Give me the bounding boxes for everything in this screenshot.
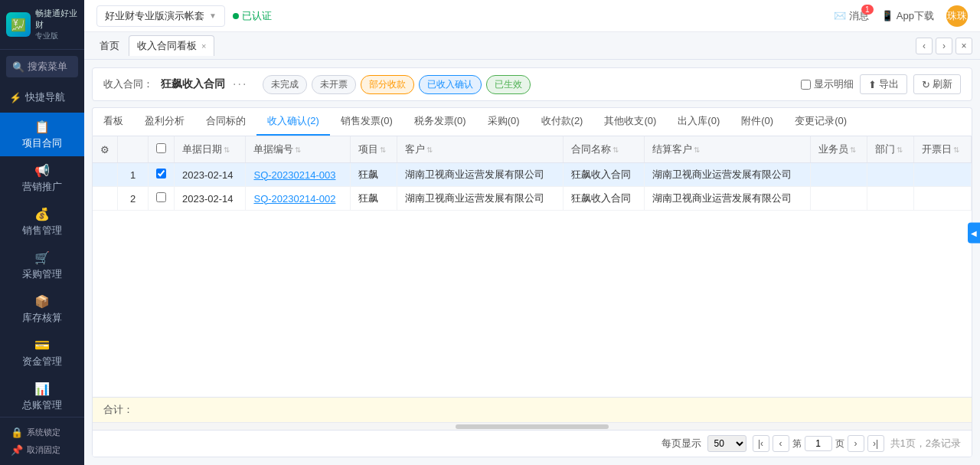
sidebar-item-funds[interactable]: 💳 资金管理	[0, 331, 84, 375]
search-menu-button[interactable]: 🔍 搜索菜单	[6, 56, 78, 77]
page-input[interactable]	[805, 436, 832, 451]
sidebar-item-general[interactable]: 📊 总账管理	[0, 375, 84, 417]
sidebar: 💹 畅捷通好业财 专业版 🔍 搜索菜单 ⚡ 快捷导航 📋 项目合同 📢 营销推广…	[0, 0, 84, 465]
message-icon: ✉️	[834, 10, 846, 21]
sidebar-bottom: 🔒 系统锁定 📌 取消固定	[0, 417, 84, 465]
total-row: 合计：	[93, 397, 972, 422]
sidebar-item-marketing[interactable]: 📢 营销推广	[0, 156, 84, 200]
row2-salesperson	[810, 187, 867, 211]
date-sort-icon: ⇅	[224, 146, 230, 154]
row2-department	[867, 187, 914, 211]
app-download-action[interactable]: 📱 App下载	[881, 9, 934, 23]
right-sidebar-button[interactable]: ◀	[968, 222, 980, 243]
customer-column-header[interactable]: 客户⇅	[397, 136, 564, 163]
more-button[interactable]: ···	[233, 77, 247, 91]
row2-code[interactable]: SQ-20230214-002	[246, 187, 351, 211]
contract-sort-icon: ⇅	[612, 146, 619, 154]
main-area: 好业财专业版演示帐套 ▼ 已认证 ✉️ 消息 1 📱 App下载 珠珠 首页	[84, 0, 980, 465]
code-column-header[interactable]: 单据编号⇅	[246, 136, 351, 163]
project-column-header[interactable]: 项目⇅	[351, 136, 397, 163]
tab-sales-invoice[interactable]: 销售发票(0)	[330, 108, 403, 136]
salesperson-column-header[interactable]: 业务员⇅	[810, 136, 867, 163]
final-customer-column-header[interactable]: 结算客户⇅	[644, 136, 810, 163]
tab-payment[interactable]: 收付款(2)	[531, 108, 594, 136]
status-incomplete[interactable]: 未完成	[263, 75, 307, 94]
table-row[interactable]: 2 2023-02-14 SQ-20230214-002 狂飙 湖南卫视商业运营…	[93, 187, 972, 211]
sidebar-item-inventory[interactable]: 📦 库存核算	[0, 287, 84, 331]
first-page-button[interactable]: |‹	[753, 435, 769, 452]
horizontal-scrollbar[interactable]	[93, 422, 972, 430]
user-avatar[interactable]: 珠珠	[946, 5, 968, 27]
tab-profit[interactable]: 盈利分析	[134, 108, 195, 136]
home-tab[interactable]: 首页	[92, 36, 127, 56]
per-page-label: 每页显示	[662, 437, 701, 450]
tab-income-confirm[interactable]: 收入确认(2)	[256, 108, 330, 136]
system-lock-item[interactable]: 🔒 系统锁定	[6, 424, 78, 441]
salesperson-sort-icon: ⇅	[850, 146, 856, 154]
contract-column-header[interactable]: 合同名称⇅	[563, 136, 644, 163]
quick-nav-item[interactable]: ⚡ 快捷导航	[0, 84, 84, 113]
row2-check[interactable]	[149, 187, 175, 211]
page-tabs-controls: ‹ › ×	[916, 38, 972, 54]
tab-tax-invoice[interactable]: 税务发票(0)	[403, 108, 477, 136]
sidebar-logo: 💹 畅捷通好业财 专业版	[0, 0, 84, 50]
show-detail-checkbox[interactable]	[801, 80, 811, 90]
tab-board[interactable]: 看板	[93, 108, 134, 136]
last-page-button[interactable]: ›|	[867, 435, 884, 452]
tab-close-button[interactable]: ×	[201, 41, 206, 51]
verified-status: 已认证	[233, 9, 272, 23]
row1-customer: 湖南卫视商业运营发展有限公司	[397, 163, 564, 187]
scrollbar-thumb[interactable]	[456, 424, 609, 429]
code-sort-icon: ⇅	[295, 146, 301, 154]
status-effective[interactable]: 已生效	[486, 75, 531, 94]
next-tab-button[interactable]: ›	[936, 38, 952, 54]
tab-change-log[interactable]: 变更记录(0)	[784, 108, 858, 136]
check-column-header[interactable]	[149, 136, 175, 163]
unpin-item[interactable]: 📌 取消固定	[6, 441, 78, 459]
pagination: 每页显示 50 20 100 |‹ ‹ 第 页 › ›|	[93, 430, 972, 457]
row2-final-customer: 湖南卫视商业运营发展有限公司	[644, 187, 810, 211]
tab-contract-standard[interactable]: 合同标的	[195, 108, 256, 136]
row1-code[interactable]: SQ-20230214-003	[246, 163, 351, 187]
prev-tab-button[interactable]: ‹	[916, 38, 933, 54]
logo-icon: 💹	[6, 12, 31, 37]
show-detail-checkbox-label[interactable]: 显示明细	[801, 74, 854, 94]
topbar: 好业财专业版演示帐套 ▼ 已认证 ✉️ 消息 1 📱 App下载 珠珠	[84, 0, 980, 32]
open-date-column-header[interactable]: 开票日⇅	[914, 136, 972, 163]
table-row[interactable]: 1 2023-02-14 SQ-20230214-003 狂飙 湖南卫视商业运营…	[93, 163, 972, 187]
department-column-header[interactable]: 部门⇅	[867, 136, 914, 163]
sidebar-item-purchase[interactable]: 🛒 采购管理	[0, 244, 84, 287]
tab-warehouse[interactable]: 出入库(0)	[667, 108, 730, 136]
status-confirmed[interactable]: 已收入确认	[419, 75, 482, 94]
company-selector[interactable]: 好业财专业版演示帐套 ▼	[96, 5, 225, 27]
refresh-button[interactable]: ↻ 刷新	[913, 74, 961, 94]
status-buttons: 未完成 未开票 部分收款 已收入确认 已生效	[263, 75, 531, 94]
status-uninvoiced[interactable]: 未开票	[312, 75, 356, 94]
status-partial[interactable]: 部分收款	[361, 75, 414, 94]
contract-actions: 显示明细 ⬆ 导出 ↻ 刷新	[801, 74, 961, 94]
next-page-button[interactable]: ›	[848, 435, 864, 452]
prev-page-button[interactable]: ‹	[773, 435, 789, 452]
row2-project: 狂飙	[351, 187, 397, 211]
tab-purchase[interactable]: 采购(0)	[477, 108, 531, 136]
export-icon: ⬆	[868, 79, 877, 90]
settings-column-header[interactable]: ⚙	[93, 136, 118, 163]
contract-board-tab[interactable]: 收入合同看板 ×	[129, 35, 214, 56]
row1-department	[867, 163, 914, 187]
sidebar-item-project[interactable]: 📋 项目合同	[0, 113, 84, 156]
row1-check[interactable]	[149, 163, 175, 187]
tab-attachment[interactable]: 附件(0)	[730, 108, 784, 136]
project-icon: 📋	[34, 119, 50, 134]
message-action[interactable]: ✉️ 消息 1	[834, 9, 869, 23]
export-button[interactable]: ⬆ 导出	[860, 74, 907, 94]
tab-other-income[interactable]: 其他收支(0)	[593, 108, 667, 136]
date-column-header[interactable]: 单据日期⇅	[175, 136, 246, 163]
content-area: 收入合同： 狂飙收入合同 ··· 未完成 未开票 部分收款 已收入确认 已生效 …	[84, 60, 980, 465]
row1-settings	[93, 163, 118, 187]
row2-date: 2023-02-14	[175, 187, 246, 211]
sidebar-item-sales[interactable]: 💰 销售管理	[0, 200, 84, 244]
sidebar-search[interactable]: 🔍 搜索菜单	[0, 50, 84, 84]
table-scroll[interactable]: ⚙ 单据日期⇅ 单据编号⇅ 项目⇅ 客户⇅ 合同名称⇅ 结算客户⇅ 业务员⇅	[93, 136, 972, 397]
per-page-select[interactable]: 50 20 100	[707, 435, 746, 452]
close-tab-button[interactable]: ×	[956, 38, 972, 54]
